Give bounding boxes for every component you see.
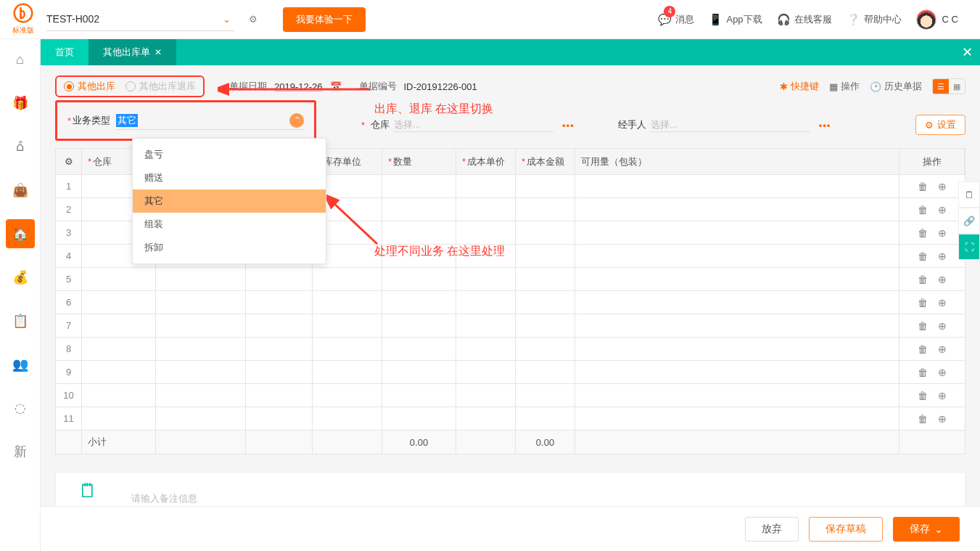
add-icon[interactable]: ⊕ bbox=[938, 204, 947, 216]
gear-icon: ✱ bbox=[780, 81, 788, 92]
add-icon[interactable]: ⊕ bbox=[938, 343, 947, 355]
view-grid-icon[interactable]: ▦ bbox=[949, 79, 965, 94]
delete-icon[interactable]: 🗑 bbox=[918, 390, 928, 401]
delete-icon[interactable]: 🗑 bbox=[918, 413, 928, 425]
save-draft-button[interactable]: 保存草稿 bbox=[809, 517, 883, 542]
nav-money-icon[interactable]: 💰 bbox=[6, 263, 35, 292]
headset-icon: 🎧 bbox=[777, 13, 791, 26]
tab-other-outbound[interactable]: 其他出库单 ✕ bbox=[88, 39, 176, 65]
table-row[interactable]: 11🗑⊕ bbox=[56, 407, 965, 430]
table-row[interactable]: 10🗑⊕ bbox=[56, 384, 965, 407]
note-icon: 🗒 bbox=[78, 480, 97, 502]
add-icon[interactable]: ⊕ bbox=[938, 181, 947, 192]
nav-warehouse-icon[interactable]: 🏠 bbox=[6, 219, 35, 248]
warehouse-label: 仓库 bbox=[371, 118, 390, 131]
dropdown-item[interactable]: 其它 bbox=[133, 189, 326, 213]
online-service-button[interactable]: 🎧 在线客服 bbox=[777, 13, 832, 26]
more-icon[interactable]: ••• bbox=[562, 120, 575, 131]
nav-house-icon[interactable]: ⌂̂ bbox=[6, 132, 35, 161]
help-icon: ❔ bbox=[847, 13, 860, 26]
nav-sync-icon[interactable]: ◌ bbox=[6, 393, 35, 423]
add-icon[interactable]: ⊕ bbox=[938, 320, 947, 332]
side-nav: ⌂ 🎁 ⌂̂ 👜 🏠 💰 📋 👥 ◌ 新 bbox=[0, 39, 41, 551]
shortcut-link[interactable]: ✱快捷键 bbox=[780, 80, 819, 93]
message-badge: 4 bbox=[664, 6, 675, 17]
radio-other-outbound[interactable]: 其他出库 bbox=[64, 80, 115, 93]
table-row[interactable]: 8🗑⊕ bbox=[56, 338, 965, 361]
table-row[interactable]: 9🗑⊕ bbox=[56, 361, 965, 384]
table-row[interactable]: 7🗑⊕ bbox=[56, 314, 965, 338]
calendar-icon[interactable]: 📅 bbox=[330, 81, 342, 92]
row-index: 5 bbox=[56, 268, 82, 290]
nav-contacts-icon[interactable]: 👥 bbox=[6, 350, 35, 379]
delete-icon[interactable]: 🗑 bbox=[918, 204, 928, 216]
store-selector[interactable]: TEST-H002 ⌄ bbox=[46, 8, 235, 31]
delete-icon[interactable]: 🗑 bbox=[918, 274, 928, 285]
help-center-button[interactable]: ❔ 帮助中心 bbox=[847, 13, 902, 26]
row-index: 9 bbox=[56, 361, 82, 383]
gear-icon[interactable]: ⚙ bbox=[56, 149, 82, 174]
business-type-field: * 业务类型 其它 ⌃ bbox=[55, 100, 316, 141]
nav-home-icon[interactable]: ⌂ bbox=[6, 45, 35, 74]
page-footer: 放弃 保存草稿 保存 ⌄ bbox=[41, 506, 980, 551]
close-icon[interactable]: ✕ bbox=[155, 47, 162, 57]
app-download-button[interactable]: 📱 App下载 bbox=[709, 13, 762, 26]
add-icon[interactable]: ⊕ bbox=[938, 367, 947, 378]
delete-icon[interactable]: 🗑 bbox=[918, 297, 928, 309]
tab-home[interactable]: 首页 bbox=[41, 39, 88, 65]
col-available: 可用量（包装） bbox=[575, 149, 899, 174]
delete-icon[interactable]: 🗑 bbox=[918, 320, 928, 332]
history-link[interactable]: 🕑历史单据 bbox=[870, 80, 922, 93]
nav-new-icon[interactable]: 新 bbox=[6, 437, 35, 466]
chevron-down-icon: ⌄ bbox=[223, 14, 231, 25]
view-list-icon[interactable]: ☰ bbox=[933, 79, 949, 94]
dropdown-item[interactable]: 组装 bbox=[133, 213, 326, 236]
chevron-down-icon: ⌄ bbox=[934, 523, 943, 535]
warehouse-select[interactable]: 选择... bbox=[394, 118, 553, 132]
add-icon[interactable]: ⊕ bbox=[938, 274, 947, 285]
delete-icon[interactable]: 🗑 bbox=[918, 181, 928, 192]
delete-icon[interactable]: 🗑 bbox=[918, 227, 928, 239]
save-button[interactable]: 保存 ⌄ bbox=[893, 517, 960, 542]
store-name: TEST-H002 bbox=[46, 13, 99, 25]
messages-button[interactable]: 💬 消息 4 bbox=[658, 13, 694, 26]
discard-button[interactable]: 放弃 bbox=[745, 517, 799, 542]
col-unit-cost: *成本单价 bbox=[456, 149, 516, 174]
docno-label: 单据编号 bbox=[359, 80, 397, 93]
nav-clipboard-icon[interactable]: 📋 bbox=[6, 306, 35, 335]
try-experience-button[interactable]: 我要体验一下 bbox=[283, 7, 366, 32]
add-icon[interactable]: ⊕ bbox=[938, 227, 947, 239]
more-icon[interactable]: ••• bbox=[819, 120, 831, 131]
add-icon[interactable]: ⊕ bbox=[938, 390, 947, 401]
business-type-select[interactable]: 其它 ⌃ bbox=[116, 111, 304, 130]
edition-label: 标准版 bbox=[7, 25, 39, 36]
handler-label: 经手人 bbox=[618, 118, 646, 131]
delete-icon[interactable]: 🗑 bbox=[918, 367, 928, 378]
row-index: 1 bbox=[56, 175, 82, 197]
delete-icon[interactable]: 🗑 bbox=[918, 250, 928, 262]
add-icon[interactable]: ⊕ bbox=[938, 297, 947, 309]
user-menu[interactable]: C C bbox=[916, 9, 958, 30]
tab-bar-close-icon[interactable]: ✕ bbox=[954, 39, 980, 65]
settings-button[interactable]: ⚙ 设置 bbox=[915, 115, 965, 135]
nav-gift-icon[interactable]: 🎁 bbox=[6, 89, 35, 118]
dropdown-item[interactable]: 赠送 bbox=[133, 166, 326, 189]
dropdown-item[interactable]: 盘亏 bbox=[133, 143, 326, 166]
biz-type-value: 其它 bbox=[116, 114, 138, 127]
add-icon[interactable]: ⊕ bbox=[938, 250, 947, 262]
date-value[interactable]: 2019-12-26 bbox=[274, 81, 323, 92]
gear-icon[interactable]: ⚙ bbox=[242, 14, 264, 25]
table-row[interactable]: 6🗑⊕ bbox=[56, 291, 965, 314]
dropdown-item[interactable]: 拆卸 bbox=[133, 236, 326, 259]
expand-tool-icon[interactable]: ⛶ bbox=[958, 234, 980, 260]
delete-icon[interactable]: 🗑 bbox=[918, 343, 928, 355]
operate-link[interactable]: ▦操作 bbox=[829, 80, 860, 93]
nav-bag-icon[interactable]: 👜 bbox=[6, 176, 35, 205]
handler-select[interactable]: 选择... bbox=[651, 118, 810, 132]
doc-header-row: 其他出库 其他出库退库 单据日期 2019-12-26 📅 单据编号 ID-20… bbox=[55, 75, 965, 97]
note-tool-icon[interactable]: 🗒 bbox=[958, 181, 980, 208]
add-icon[interactable]: ⊕ bbox=[938, 413, 947, 425]
link-tool-icon[interactable]: 🔗 bbox=[958, 208, 980, 234]
table-row[interactable]: 5🗑⊕ bbox=[56, 268, 965, 291]
radio-other-outbound-return[interactable]: 其他出库退库 bbox=[125, 80, 196, 93]
